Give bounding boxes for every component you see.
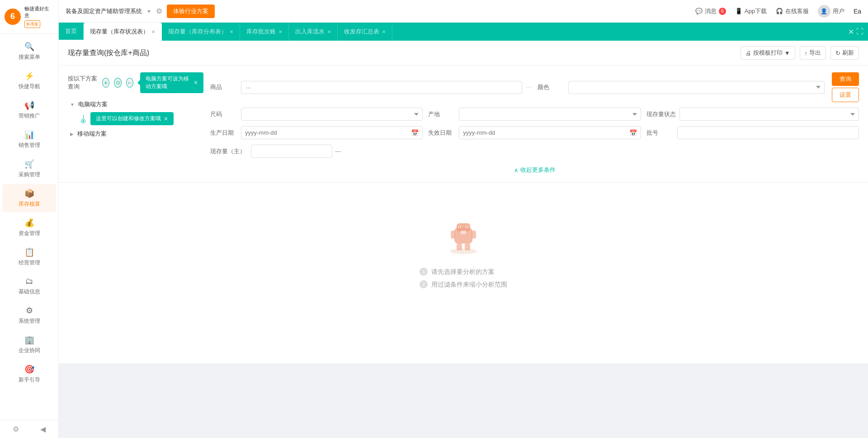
scheme-mobile-label: 移动端方案 <box>77 130 107 138</box>
filter-field-color-row: 颜色 查询 设置 <box>538 72 859 102</box>
tab-receive-summary-close[interactable]: ✕ <box>382 29 386 34</box>
sidebar-item-guide[interactable]: 🎯 新手引导 <box>2 360 56 388</box>
message-icon: 💬 <box>695 8 703 14</box>
exp-date-input[interactable] <box>463 127 627 139</box>
basic-icon: 🗂 <box>25 277 33 286</box>
stock-status-label: 现存量状态 <box>646 110 676 118</box>
range-sep: — <box>335 148 341 155</box>
empty-state: 1 请先选择要分析的方案 2 用过滤条件来缩小分析范围 <box>59 183 868 327</box>
sales-icon: 📊 <box>24 130 34 140</box>
tooltip-create-close[interactable]: ✕ <box>164 116 168 122</box>
collapse-sidebar-btn[interactable]: ◀ <box>40 425 46 433</box>
filter-arrow-btn[interactable]: ← <box>126 78 133 88</box>
tab-close-all-btn[interactable]: ✕ <box>848 28 854 36</box>
tab-receive-summary[interactable]: 收发存汇总表 ✕ <box>338 23 392 41</box>
tooltip-scheme-close[interactable]: ✕ <box>193 80 198 86</box>
sidebar-item-inventory[interactable]: 📦 库存核算 <box>2 184 56 212</box>
page-header: 现存量查询(按仓库+商品) 🖨 按模板打印 ▼ ↑ 导出 ↻ 刷新 <box>59 41 868 66</box>
tab-batch-account[interactable]: 库存批次账 ✕ <box>240 23 289 41</box>
app-download-label: App下载 <box>745 7 767 15</box>
mfg-date-label: 生产日期 <box>210 129 237 137</box>
app-download-item[interactable]: 📱 App下载 <box>735 7 767 15</box>
filter-copy-btn[interactable]: ⊙ <box>114 78 121 88</box>
collapse-label: 收起更多条件 <box>520 166 556 174</box>
settings-btn[interactable]: ⚙ <box>13 425 19 433</box>
filter-field-origin: 产地 <box>428 108 641 121</box>
tab-receive-summary-label: 收发存汇总表 <box>344 28 379 36</box>
empty-step-2: 2 用过滤条件来缩小分析范围 <box>420 278 507 291</box>
page-title: 现存量查询(按仓库+商品) <box>68 48 149 58</box>
tab-batch-account-close[interactable]: ✕ <box>278 29 282 34</box>
color-select[interactable] <box>568 81 825 94</box>
sidebar-item-sales[interactable]: 📊 销售管理 <box>2 125 56 154</box>
product-label: 商品 <box>210 83 237 91</box>
plan-button[interactable]: 体验行业方案 <box>167 5 215 18</box>
sidebar-item-corp[interactable]: 🏢 企业协同 <box>2 330 56 359</box>
scheme-mobile-toggle[interactable]: ▶ <box>70 132 74 137</box>
empty-step-1: 1 请先选择要分析的方案 <box>420 265 507 278</box>
sidebar-item-basic[interactable]: 🗂 基础信息 <box>2 272 56 300</box>
sidebar-item-label: 销售管理 <box>19 141 40 149</box>
tab-batch-account-label: 库存批次账 <box>246 28 276 36</box>
mfg-date-field: 📅 <box>241 126 423 139</box>
online-service-item[interactable]: 🎧 在线客服 <box>776 7 809 15</box>
filter-header-label: 按以下方案查询 <box>68 75 98 91</box>
tab-in-out-flow[interactable]: 出入库流水 ✕ <box>289 23 338 41</box>
message-item[interactable]: 💬 消息 6 <box>695 7 726 15</box>
scheme-desktop-toggle[interactable]: ▼ <box>70 102 75 107</box>
reset-btn[interactable]: 设置 <box>832 88 859 102</box>
filter-field-size: 尺码 <box>210 108 423 121</box>
print-btn[interactable]: 🖨 按模板打印 ▼ <box>741 46 795 60</box>
exp-date-calendar-icon[interactable]: 📅 <box>629 129 637 137</box>
filter-more-fields: 生产日期 📅 失效日期 📅 批号 <box>210 126 859 139</box>
sidebar-item-quick-nav[interactable]: ⚡ 快捷导航 <box>2 66 56 95</box>
sidebar-item-system[interactable]: ⚙ 系统管理 <box>2 301 56 330</box>
tab-inventory-dist[interactable]: 现存量（库存分布表） ✕ <box>162 23 240 41</box>
header-settings-icon[interactable]: ⚙ <box>156 7 162 15</box>
stock-status-select[interactable] <box>679 108 859 121</box>
product-input[interactable] <box>241 81 522 94</box>
print-icon: 🖨 <box>745 50 751 57</box>
online-service-label: 在线客服 <box>785 7 809 15</box>
size-select[interactable] <box>241 108 423 121</box>
sidebar-item-label: 搜索菜单 <box>19 53 40 61</box>
mfg-date-input[interactable] <box>245 127 409 139</box>
sidebar-logo: 6 畅捷通好生意 标准版 <box>0 0 58 34</box>
export-btn[interactable]: ↑ 导出 <box>800 46 826 60</box>
collapse-bar[interactable]: ∧ 收起更多条件 <box>210 162 859 178</box>
inventory-icon: 📦 <box>24 188 34 198</box>
sidebar-item-purchase[interactable]: 🛒 采购管理 <box>2 155 56 183</box>
tab-fullscreen-btn[interactable]: ⛶ <box>856 28 863 36</box>
step-num-2: 2 <box>420 280 428 288</box>
sidebar-item-marketing[interactable]: 📢 营销推广 <box>2 96 56 124</box>
filter-add-btn[interactable]: + <box>102 78 109 88</box>
batch-no-input[interactable] <box>677 126 859 139</box>
tab-inventory-status[interactable]: 现存量（库存状况表） ✕ <box>84 23 162 41</box>
refresh-btn[interactable]: ↻ 刷新 <box>830 46 859 60</box>
sidebar-item-operation[interactable]: 📋 经营管理 <box>2 243 56 271</box>
origin-select[interactable] <box>459 108 641 121</box>
mfg-date-calendar-icon[interactable]: 📅 <box>411 129 419 137</box>
logo-icon: 6 <box>5 9 21 25</box>
svg-rect-10 <box>457 244 462 250</box>
print-dropdown-icon: ▼ <box>784 50 790 57</box>
sidebar-item-finance[interactable]: 💰 资金管理 <box>2 213 56 242</box>
tab-in-out-flow-close[interactable]: ✕ <box>327 29 331 34</box>
step-1-text: 请先选择要分析的方案 <box>431 265 495 278</box>
tab-inventory-dist-close[interactable]: ✕ <box>230 29 233 34</box>
tab-inventory-status-close[interactable]: ✕ <box>151 29 155 34</box>
user-item[interactable]: 👤 用户 <box>818 5 844 18</box>
svg-rect-9 <box>472 231 476 239</box>
filter-stock-qty-row: 现存量（主） — <box>210 145 859 158</box>
svg-rect-11 <box>465 244 470 250</box>
stock-qty-min-input[interactable] <box>251 145 332 158</box>
query-btn[interactable]: 查询 <box>832 72 859 86</box>
sidebar-item-search[interactable]: 🔍 搜索菜单 <box>2 37 56 66</box>
tab-home[interactable]: 首页 <box>59 23 84 41</box>
guide-icon: 🎯 <box>24 364 34 374</box>
sidebar-item-label: 企业协同 <box>19 347 40 354</box>
tab-home-label: 首页 <box>65 27 77 35</box>
service-icon: 🎧 <box>776 8 783 14</box>
scheme-desktop-sub: 这里可以创建和修改方案哦 ✕ <box>70 112 203 125</box>
filter-fields-panel: 商品 ··· 颜色 查询 设置 <box>210 72 859 178</box>
